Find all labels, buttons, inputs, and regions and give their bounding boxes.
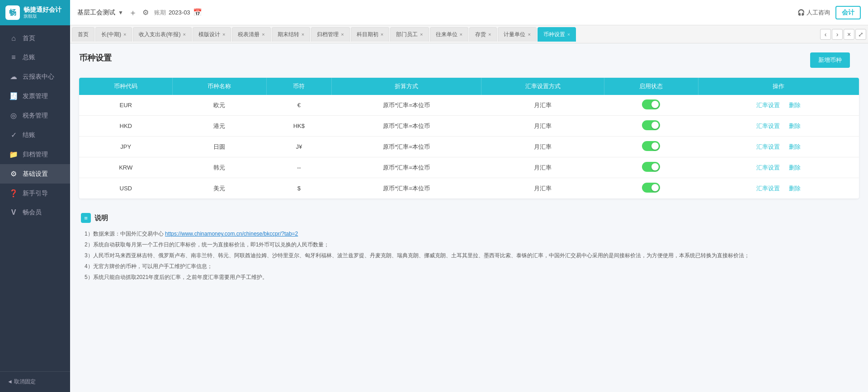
cell-status-4 (604, 178, 698, 199)
tab-close-period-transfer[interactable]: × (302, 32, 304, 37)
rate-setting-link-3[interactable]: 汇率设置 (756, 164, 780, 171)
sidebar-item-closing[interactable]: ✓ 结账 (0, 125, 70, 145)
kuaiji-label: 会计 (842, 9, 854, 16)
tab-subject-initial[interactable]: 科目期初 × (351, 27, 389, 42)
tab-close-medium-term[interactable]: × (123, 32, 126, 37)
table-row: USD 美元 $ 原币*汇率=本位币 月汇率 汇率设置 删除 (79, 178, 859, 199)
tab-tax-list[interactable]: 税表清册 × (232, 27, 270, 42)
toggle-enabled-0[interactable] (642, 99, 660, 109)
tab-label-archive: 归档管理 (317, 31, 339, 38)
kuaiji-button[interactable]: 会计 (835, 6, 861, 19)
cell-status-3 (604, 157, 698, 178)
topbar-action-add[interactable]: ＋ (129, 7, 137, 18)
cell-symbol-2: J¥ (266, 137, 331, 157)
sidebar-item-invoice[interactable]: 🧾 发票管理 (0, 86, 70, 106)
tab-unit[interactable]: 计量单位 × (498, 27, 536, 42)
tab-currency[interactable]: 币种设置 × (538, 27, 576, 42)
tab-label-unit: 计量单位 (504, 31, 525, 38)
cell-calc-0: 原币*汇率=本位币 (331, 95, 481, 116)
tab-contacts[interactable]: 往来单位 × (430, 27, 468, 42)
cell-actions-1: 汇率设置 删除 (698, 116, 859, 137)
toggle-enabled-1[interactable] (642, 120, 660, 130)
cell-rate-type-2: 月汇率 (481, 137, 604, 157)
tab-inventory[interactable]: 存货 × (469, 27, 497, 42)
rate-setting-link-1[interactable]: 汇率设置 (756, 123, 780, 129)
tab-close-subject-initial[interactable]: × (381, 32, 383, 37)
tab-close-template-design[interactable]: × (222, 32, 225, 37)
sidebar-item-home[interactable]: ⌂ 首页 (0, 29, 70, 48)
sidebar-pin-toggle[interactable]: ◄ 取消固定 (0, 371, 70, 392)
table-row: JPY 日圆 J¥ 原币*汇率=本位币 月汇率 汇率设置 删除 (79, 137, 859, 157)
rate-setting-link-4[interactable]: 汇率设置 (756, 185, 780, 192)
ledger-icon: ≡ (9, 53, 18, 61)
cell-code-1: HKD (79, 116, 173, 137)
notes-item: 5）系统只能自动抓取2021年度后的汇率，之前年度汇率需要用户手工维护。 (81, 272, 857, 283)
tabbar-navigation: ‹ › × ⤢ (820, 29, 866, 40)
tab-medium-term[interactable]: 长(中期) × (95, 27, 132, 42)
delete-link-0[interactable]: 删除 (789, 102, 801, 109)
currency-table: 币种代码 币种名称 币符 折算方式 汇率设置方式 启用状态 操作 EUR 欧元 … (79, 78, 859, 198)
tab-close-inventory[interactable]: × (488, 32, 491, 37)
cell-rate-type-4: 月汇率 (481, 178, 604, 199)
table-row: EUR 欧元 € 原币*汇率=本位币 月汇率 汇率设置 删除 (79, 95, 859, 116)
project-chevron-icon: ▼ (118, 9, 123, 16)
cell-calc-3: 原币*汇率=本位币 (331, 157, 481, 178)
tab-annual-report[interactable]: 收入支出表(年报) × (133, 27, 191, 42)
tab-close-all-button[interactable]: × (844, 29, 854, 40)
project-selector[interactable]: 基层工会测试 ▼ (77, 9, 123, 17)
sidebar-item-member[interactable]: V 畅会员 (0, 203, 70, 222)
tab-label-home: 首页 (78, 31, 89, 38)
calendar-icon[interactable]: 📅 (193, 8, 202, 17)
cell-code-3: KRW (79, 157, 173, 178)
cell-name-4: 美元 (173, 178, 267, 199)
sidebar-item-archive[interactable]: 📁 归档管理 (0, 145, 70, 164)
tab-department[interactable]: 部门员工 × (390, 27, 429, 42)
sidebar-item-ledger[interactable]: ≡ 总账 (0, 48, 70, 67)
tab-close-contacts[interactable]: × (460, 32, 462, 37)
rate-setting-link-0[interactable]: 汇率设置 (756, 102, 780, 109)
sidebar-item-settings[interactable]: ⚙ 基础设置 (0, 164, 70, 184)
sidebar-item-reports[interactable]: ☁ 云报表中心 (0, 67, 70, 86)
tab-label-subject-initial: 科目期初 (357, 31, 378, 38)
tab-close-archive[interactable]: × (341, 32, 344, 37)
notes-title-text: 说明 (94, 214, 108, 222)
tab-close-department[interactable]: × (420, 32, 423, 37)
period-value: 2023-03 (169, 9, 190, 16)
new-currency-button[interactable]: 新增币种 (810, 52, 850, 68)
tab-close-currency[interactable]: × (567, 32, 570, 37)
tab-close-tax-list[interactable]: × (262, 32, 264, 37)
delete-link-3[interactable]: 删除 (789, 164, 801, 171)
cell-status-2 (604, 137, 698, 157)
sidebar-item-guide[interactable]: ❓ 新手引导 (0, 184, 70, 203)
tab-period-transfer[interactable]: 期末结转 × (272, 27, 310, 42)
topbar-action-settings[interactable]: ⚙ (142, 8, 149, 17)
cell-symbol-0: € (266, 95, 331, 116)
help-button[interactable]: 🎧 人工咨询 (797, 9, 830, 17)
notes-section: ≡ 说明 1）数据来源：中国外汇交易中心 https://www.chinamo… (79, 213, 859, 283)
tab-next-button[interactable]: › (832, 29, 843, 40)
tab-label-period-transfer: 期末结转 (278, 31, 299, 38)
tab-prev-button[interactable]: ‹ (820, 29, 831, 40)
delete-link-4[interactable]: 删除 (789, 185, 801, 192)
period-display: 账期 2023-03 📅 (154, 8, 202, 17)
delete-link-1[interactable]: 删除 (789, 123, 801, 129)
notes-list: 1）数据来源：中国外汇交易中心 https://www.chinamoney.c… (81, 228, 857, 283)
toggle-enabled-4[interactable] (642, 183, 660, 193)
sidebar-item-tax[interactable]: ◎ 税务管理 (0, 106, 70, 125)
notes-link[interactable]: https://www.chinamoney.com.cn/chinese/bk… (165, 231, 298, 237)
cell-actions-4: 汇率设置 删除 (698, 178, 859, 199)
cell-name-0: 欧元 (173, 95, 267, 116)
toggle-enabled-2[interactable] (642, 141, 660, 151)
tab-close-annual-report[interactable]: × (183, 32, 185, 37)
delete-link-2[interactable]: 删除 (789, 143, 801, 150)
rate-setting-link-2[interactable]: 汇率设置 (756, 143, 780, 150)
tab-close-unit[interactable]: × (528, 32, 530, 37)
tab-home[interactable]: 首页 (72, 27, 94, 42)
cell-status-1 (604, 116, 698, 137)
tab-expand-button[interactable]: ⤢ (855, 29, 866, 40)
tab-template-design[interactable]: 模版设计 × (193, 27, 231, 42)
toggle-enabled-3[interactable] (642, 162, 660, 172)
tab-archive[interactable]: 归档管理 × (311, 27, 349, 42)
home-icon: ⌂ (9, 34, 18, 43)
notes-item: 1）数据来源：中国外汇交易中心 https://www.chinamoney.c… (81, 228, 857, 239)
